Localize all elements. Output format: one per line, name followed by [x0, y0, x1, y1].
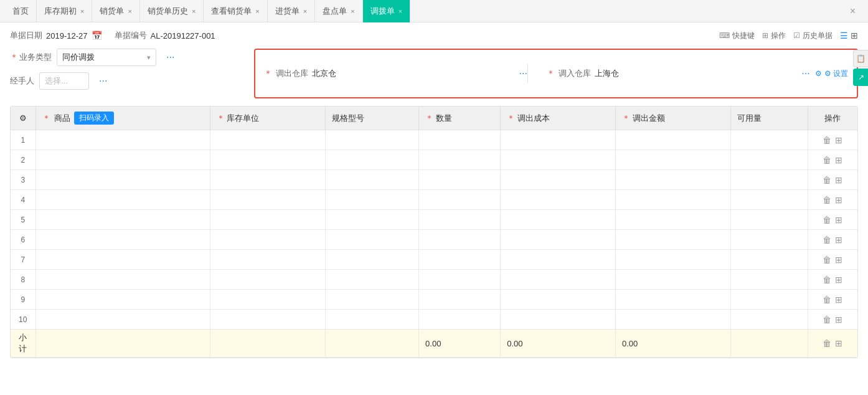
- row-amount[interactable]: [616, 270, 731, 290]
- copy-row-icon[interactable]: ⊞: [835, 195, 842, 205]
- row-cost[interactable]: [501, 190, 616, 210]
- tab-sales-order-close[interactable]: ×: [128, 7, 131, 15]
- sidebar-expand-button[interactable]: ↗: [853, 69, 868, 86]
- row-product[interactable]: [35, 130, 210, 150]
- row-amount[interactable]: [616, 310, 731, 330]
- copy-row-icon[interactable]: ⊞: [835, 275, 842, 285]
- delete-row-icon[interactable]: 🗑: [823, 295, 831, 305]
- row-qty[interactable]: [419, 190, 501, 210]
- row-unit[interactable]: [210, 310, 325, 330]
- biz-type-more-button[interactable]: ···: [166, 52, 174, 63]
- tab-transfer-order-close[interactable]: ×: [399, 7, 402, 15]
- row-cost[interactable]: [501, 170, 616, 190]
- row-qty[interactable]: [419, 130, 501, 150]
- row-qty[interactable]: [419, 290, 501, 310]
- row-spec[interactable]: [325, 290, 418, 310]
- tab-inventory-init-close[interactable]: ×: [80, 7, 84, 15]
- row-amount[interactable]: [616, 130, 731, 150]
- delete-icon[interactable]: 🗑: [823, 338, 831, 348]
- handler-more-button[interactable]: ···: [99, 75, 107, 87]
- out-warehouse-more-button[interactable]: ···: [519, 68, 527, 79]
- row-cost[interactable]: [501, 130, 616, 150]
- row-amount[interactable]: [616, 210, 731, 230]
- operations-button[interactable]: ⊞ 操作: [762, 31, 786, 41]
- row-spec[interactable]: [325, 310, 418, 330]
- row-qty[interactable]: [419, 310, 501, 330]
- tab-sales-history-close[interactable]: ×: [192, 7, 196, 15]
- row-cost[interactable]: [501, 310, 616, 330]
- delete-row-icon[interactable]: 🗑: [823, 195, 831, 205]
- copy-row-icon[interactable]: ⊞: [835, 235, 842, 245]
- tab-inventory-check-close[interactable]: ×: [351, 7, 354, 15]
- copy-row-icon[interactable]: ⊞: [835, 135, 842, 145]
- row-unit[interactable]: [210, 250, 325, 270]
- row-product[interactable]: [35, 290, 210, 310]
- history-button[interactable]: ☑ 历史单据: [793, 31, 833, 41]
- copy-row-icon[interactable]: ⊞: [835, 175, 842, 185]
- row-unit[interactable]: [210, 190, 325, 210]
- row-unit[interactable]: [210, 290, 325, 310]
- biz-type-select[interactable]: 同价调拨 ▾: [57, 49, 156, 66]
- in-warehouse-more-button[interactable]: ···: [801, 68, 809, 79]
- delete-row-icon[interactable]: 🗑: [823, 315, 831, 325]
- row-cost[interactable]: [501, 230, 616, 250]
- shortcut-button[interactable]: ⌨ 快捷键: [719, 31, 755, 41]
- delete-row-icon[interactable]: 🗑: [823, 215, 831, 225]
- tab-sales-order[interactable]: 销货单 ×: [92, 0, 139, 22]
- row-cost[interactable]: [501, 250, 616, 270]
- row-spec[interactable]: [325, 250, 418, 270]
- copy-row-icon[interactable]: ⊞: [835, 155, 842, 165]
- row-spec[interactable]: [325, 270, 418, 290]
- row-product[interactable]: [35, 170, 210, 190]
- row-spec[interactable]: [325, 210, 418, 230]
- layout-icon-list[interactable]: ☰: [840, 31, 848, 40]
- row-unit[interactable]: [210, 270, 325, 290]
- copy-row-icon[interactable]: ⊞: [835, 315, 842, 325]
- delete-row-icon[interactable]: 🗑: [823, 235, 831, 245]
- delete-row-icon[interactable]: 🗑: [823, 255, 831, 265]
- layout-icon-grid[interactable]: ⊞: [851, 31, 858, 40]
- form-settings-button[interactable]: ⚙ ⚙ 设置: [815, 69, 848, 79]
- row-qty[interactable]: [419, 210, 501, 230]
- tab-transfer-order[interactable]: 调拨单 ×: [363, 0, 410, 22]
- row-product[interactable]: [35, 230, 210, 250]
- tab-view-sales-close[interactable]: ×: [255, 7, 259, 15]
- tab-view-sales[interactable]: 查看销货单 ×: [204, 0, 267, 22]
- copy-icon[interactable]: ⊞: [835, 338, 842, 348]
- scan-input-button[interactable]: 扫码录入: [74, 112, 114, 125]
- row-qty[interactable]: [419, 270, 501, 290]
- row-amount[interactable]: [616, 250, 731, 270]
- doc-date-value[interactable]: 2019-12-27: [46, 31, 88, 40]
- delete-row-icon[interactable]: 🗑: [823, 275, 831, 285]
- copy-row-icon[interactable]: ⊞: [835, 215, 842, 225]
- row-qty[interactable]: [419, 250, 501, 270]
- row-cost[interactable]: [501, 210, 616, 230]
- row-product[interactable]: [35, 190, 210, 210]
- row-unit[interactable]: [210, 230, 325, 250]
- delete-row-icon[interactable]: 🗑: [823, 155, 831, 165]
- tab-purchase-order-close[interactable]: ×: [303, 7, 307, 15]
- tab-inventory-init[interactable]: 库存期初 ×: [37, 0, 92, 22]
- row-spec[interactable]: [325, 190, 418, 210]
- tab-home[interactable]: 首页: [5, 0, 37, 22]
- row-amount[interactable]: [616, 190, 731, 210]
- gear-settings-icon[interactable]: ⚙: [19, 113, 27, 123]
- out-warehouse-value[interactable]: 北京仓: [312, 68, 515, 79]
- row-amount[interactable]: [616, 230, 731, 250]
- row-product[interactable]: [35, 270, 210, 290]
- tab-purchase-order[interactable]: 进货单 ×: [268, 0, 315, 22]
- row-amount[interactable]: [616, 290, 731, 310]
- row-qty[interactable]: [419, 170, 501, 190]
- row-spec[interactable]: [325, 170, 418, 190]
- row-amount[interactable]: [616, 170, 731, 190]
- row-qty[interactable]: [419, 230, 501, 250]
- row-unit[interactable]: [210, 170, 325, 190]
- window-close-button[interactable]: ×: [842, 6, 863, 17]
- delete-row-icon[interactable]: 🗑: [823, 175, 831, 185]
- row-product[interactable]: [35, 210, 210, 230]
- row-spec[interactable]: [325, 230, 418, 250]
- row-unit[interactable]: [210, 130, 325, 150]
- row-amount[interactable]: [616, 150, 731, 170]
- sidebar-notes-button[interactable]: 📋: [853, 50, 868, 67]
- col-gear[interactable]: ⚙: [11, 107, 35, 130]
